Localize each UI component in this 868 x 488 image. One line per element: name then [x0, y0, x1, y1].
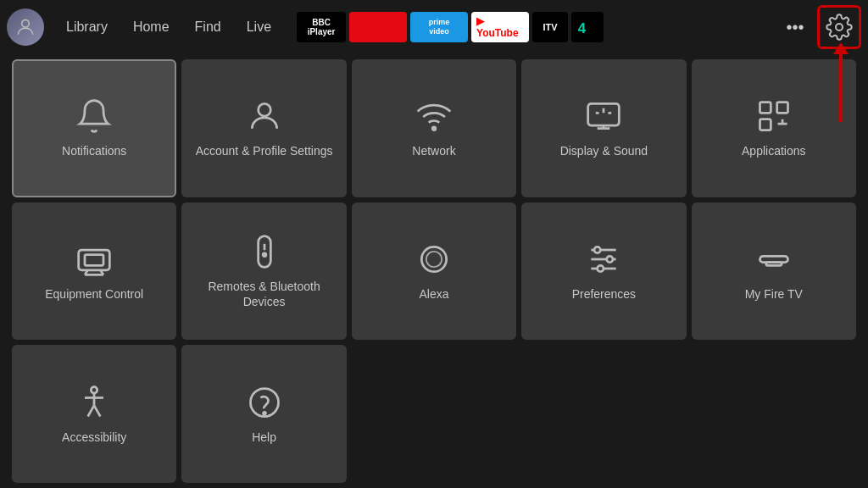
svg-point-0 [22, 19, 30, 27]
svg-point-3 [258, 104, 270, 117]
avatar [7, 8, 44, 46]
nav-live[interactable]: Live [235, 14, 283, 40]
display-icon [585, 97, 622, 135]
tile-my-fire-tv[interactable]: My Fire TV [692, 202, 856, 341]
settings-grid: Notifications Account & Profile Settings… [0, 54, 868, 488]
alexa-label: Alexa [414, 286, 453, 302]
tv-icon [75, 241, 113, 278]
svg-rect-7 [776, 103, 787, 114]
tile-accessibility[interactable]: Accessibility [12, 345, 176, 483]
tile-account[interactable]: Account & Profile Settings [181, 59, 346, 197]
svg-rect-6 [760, 103, 771, 114]
my-fire-tv-label: My Fire TV [740, 286, 808, 302]
applications-label: Applications [737, 143, 811, 158]
app-itv[interactable]: ITV [532, 12, 568, 42]
accessibility-label: Accessibility [57, 430, 131, 445]
svg-rect-9 [79, 250, 110, 270]
svg-rect-5 [588, 104, 620, 126]
svg-point-4 [432, 127, 436, 130]
preferences-label: Preferences [567, 286, 641, 302]
app-icons-bar: BBCiPlayer NETFLIX primevideo ▶ YouTube … [297, 12, 776, 42]
nav-library[interactable]: Library [54, 14, 120, 40]
equipment-control-label: Equipment Control [40, 286, 148, 302]
svg-rect-26 [766, 263, 782, 266]
nav-find[interactable]: Find [183, 14, 233, 40]
tile-notifications[interactable]: Notifications [12, 59, 176, 197]
tile-network[interactable]: Network [352, 59, 516, 197]
person-icon [246, 97, 283, 135]
help-icon [246, 384, 283, 421]
svg-rect-13 [85, 254, 103, 265]
tile-preferences[interactable]: Preferences [521, 202, 686, 341]
bell-icon [75, 97, 113, 135]
network-label: Network [407, 143, 460, 158]
nav-home[interactable]: Home [121, 14, 181, 40]
account-label: Account & Profile Settings [191, 143, 338, 158]
app-netflix[interactable]: NETFLIX [349, 12, 407, 42]
svg-rect-14 [258, 236, 270, 267]
accessibility-icon [75, 384, 113, 421]
nav-links: Library Home Find Live [54, 14, 283, 40]
wifi-icon [415, 97, 453, 135]
app-bbc[interactable]: BBCiPlayer [297, 12, 346, 42]
svg-line-30 [88, 405, 94, 416]
tile-applications[interactable]: Applications [692, 59, 856, 197]
svg-point-24 [598, 265, 604, 271]
sliders-icon [585, 241, 622, 278]
apps-icon [755, 97, 793, 135]
tile-display-sound[interactable]: Display & Sound [521, 59, 686, 197]
svg-point-23 [607, 256, 613, 262]
svg-point-18 [426, 252, 442, 267]
tile-remotes[interactable]: Remotes & Bluetooth Devices [181, 202, 346, 341]
notifications-label: Notifications [57, 143, 131, 158]
display-sound-label: Display & Sound [555, 143, 654, 158]
help-label: Help [247, 430, 281, 445]
firetv-icon [755, 241, 793, 278]
svg-rect-8 [760, 119, 771, 130]
svg-point-17 [421, 247, 446, 271]
tile-alexa[interactable]: Alexa [352, 202, 516, 341]
svg-point-16 [263, 253, 266, 257]
red-arrow-indicator [839, 54, 843, 122]
alexa-icon [415, 241, 453, 278]
empty-tile-4 [521, 345, 686, 483]
svg-text:4: 4 [578, 20, 587, 36]
topbar: Library Home Find Live BBCiPlayer NETFLI… [0, 0, 868, 54]
svg-point-22 [594, 247, 600, 252]
tile-equipment-control[interactable]: Equipment Control [12, 202, 176, 341]
remote-icon [246, 233, 283, 270]
tile-help[interactable]: Help [181, 345, 346, 483]
svg-point-2 [836, 24, 843, 30]
more-button[interactable]: ••• [780, 12, 810, 42]
empty-tile-5 [692, 345, 856, 483]
svg-line-31 [94, 405, 100, 416]
app-ch4[interactable]: 4 [571, 12, 604, 42]
empty-tile-3 [352, 345, 516, 483]
remotes-label: Remotes & Bluetooth Devices [181, 279, 346, 309]
app-youtube[interactable]: ▶ YouTube [471, 12, 529, 42]
app-prime[interactable]: primevideo [410, 12, 468, 42]
svg-point-27 [92, 386, 97, 392]
svg-point-33 [263, 412, 265, 414]
